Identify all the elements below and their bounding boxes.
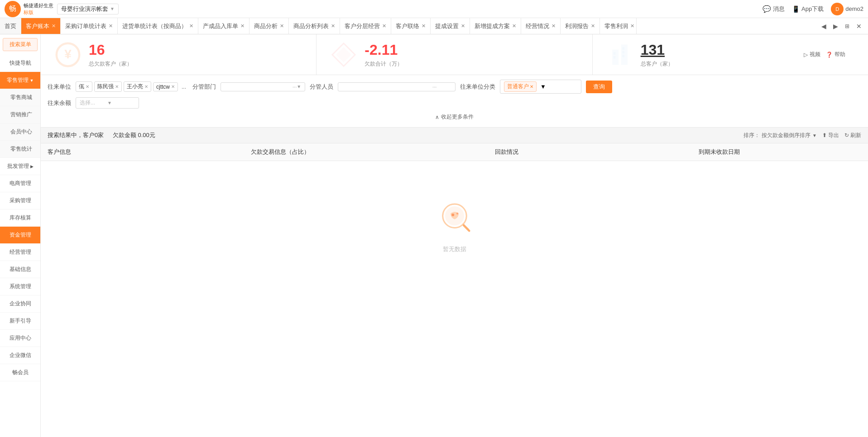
tab-profit[interactable]: 利润报告 ✕	[561, 18, 600, 34]
close-tab-purchase-order[interactable]: ✕	[109, 23, 113, 29]
tab-customer-layer[interactable]: 客户分层经营 ✕	[340, 18, 391, 34]
close-tab-business[interactable]: ✕	[551, 23, 556, 29]
tab-customer-contact[interactable]: 客户联络 ✕	[391, 18, 431, 34]
sidebar-search-area: 搜索菜单	[0, 34, 40, 55]
prev-tabs-btn[interactable]: ◀	[818, 21, 829, 32]
ellipsis-icon: ···	[293, 84, 297, 90]
sidebar-item-finance[interactable]: 资金管理	[0, 227, 40, 244]
selected-category-tag[interactable]: 普通客户 ✕	[504, 81, 537, 92]
remove-tag-chen[interactable]: ✕	[115, 84, 119, 89]
export-btn[interactable]: ⬆ 导出	[822, 132, 839, 139]
sidebar-item-system[interactable]: 系统管理	[0, 278, 40, 295]
sidebar-item-quick-nav[interactable]: 快捷导航	[0, 55, 40, 72]
chevron-right-icon: ▶	[30, 164, 34, 169]
tab-product-stock[interactable]: 产成品入库单 ✕	[198, 18, 249, 34]
svg-point-14	[456, 213, 458, 215]
filter-row-2: 往来余额 选择... ▼	[48, 97, 861, 109]
sidebar-item-chang-member[interactable]: 畅会员	[0, 364, 40, 381]
close-tab-retail-profit[interactable]: ✕	[630, 23, 634, 29]
help-link[interactable]: ❓ 帮助	[826, 51, 845, 58]
sidebar-item-retail-stats[interactable]: 零售统计	[0, 141, 40, 158]
close-tab-purchase-goods[interactable]: ✕	[189, 23, 193, 29]
tab-home[interactable]: 首页	[0, 18, 21, 34]
message-btn[interactable]: 💬 消息	[762, 5, 785, 13]
sidebar-item-retail[interactable]: 零售管理 ▼	[0, 72, 40, 89]
results-bar: 搜索结果中，客户0家 欠款金额 0.00元 排序： 按欠款金额倒序排序 ▼ ⬆ …	[41, 128, 868, 143]
empty-state: 暂无数据	[41, 161, 868, 290]
filter-tag-wang[interactable]: 王小亮 ✕	[124, 81, 151, 92]
category-select[interactable]: 普通客户 ✕ ▼	[500, 80, 581, 94]
close-tab-goods-analysis[interactable]: ✕	[280, 23, 284, 29]
sidebar-item-inventory[interactable]: 库存核算	[0, 209, 40, 227]
search-menu-btn[interactable]: 搜索菜单	[3, 38, 38, 51]
close-tab-commission-settings[interactable]: ✕	[461, 23, 465, 29]
user-menu[interactable]: D demo2	[831, 3, 863, 15]
remove-tag-wa[interactable]: ✕	[86, 84, 89, 89]
sidebar-item-marketing[interactable]: 营销推广	[0, 106, 40, 124]
filter-tag-wa[interactable]: 佤 ✕	[76, 81, 92, 92]
stat-label-debt: 欠款合计（万）	[364, 60, 403, 68]
sidebar-item-purchase[interactable]: 采购管理	[0, 192, 40, 209]
sidebar-item-member[interactable]: 会员中心	[0, 124, 40, 141]
remove-tag-wang[interactable]: ✕	[144, 84, 148, 89]
sort-select[interactable]: 排序： 按欠款金额倒序排序 ▼	[743, 132, 817, 139]
col-header-customer: 客户信息	[48, 148, 251, 156]
tab-business[interactable]: 经营情况 ✕	[521, 18, 561, 34]
balance-select[interactable]: 选择... ▼	[76, 97, 139, 109]
dept-select[interactable]: ··· ▼	[221, 82, 305, 91]
svg-text:¥: ¥	[64, 47, 72, 61]
app-download-btn[interactable]: 📱 App下载	[792, 5, 824, 13]
refresh-btn[interactable]: ↻ 刷新	[844, 132, 861, 139]
close-tab-customer-contact[interactable]: ✕	[422, 23, 426, 29]
expand-tabs-btn[interactable]: ⊞	[842, 21, 853, 32]
person-select[interactable]: ···	[338, 82, 456, 91]
tab-commission-settings[interactable]: 提成设置 ✕	[431, 18, 470, 34]
close-tab-customer-book[interactable]: ✕	[52, 23, 56, 29]
top-bar: 畅 畅捷通好生意 标版 母婴行业演示帐套 ▼ 💬 消息 📱 App下载 D de…	[0, 0, 868, 18]
next-tabs-btn[interactable]: ▶	[830, 21, 841, 32]
stat-label-total: 总客户（家）	[641, 60, 673, 68]
svg-rect-10	[622, 55, 624, 57]
svg-rect-7	[614, 56, 615, 58]
close-all-tabs-btn[interactable]: ✕	[854, 21, 864, 32]
avatar: D	[831, 3, 844, 15]
filter-more-btn[interactable]: ...	[180, 83, 188, 91]
person-ellipsis-icon: ···	[432, 84, 451, 90]
stat-card-right: ▷ 视频 ❓ 帮助	[804, 51, 854, 58]
filter-tag-cjttcw[interactable]: cjttcw ✕	[153, 82, 178, 91]
close-tab-customer-layer[interactable]: ✕	[382, 23, 386, 29]
tab-goods-analysis[interactable]: 商品分析 ✕	[249, 18, 289, 34]
tab-customer-book[interactable]: 客户账本 ✕	[21, 18, 61, 34]
tab-add-commission[interactable]: 新增提成方案 ✕	[470, 18, 521, 34]
remove-category-tag[interactable]: ✕	[530, 84, 533, 89]
filter-tag-chen[interactable]: 陈民强 ✕	[94, 81, 122, 92]
sidebar-item-enterprise[interactable]: 企业协同	[0, 295, 40, 313]
tab-purchase-order[interactable]: 采购订单统计表 ✕	[61, 18, 118, 34]
collapse-btn[interactable]: ∧ 收起更多条件	[435, 111, 474, 123]
close-tab-add-commission[interactable]: ✕	[512, 23, 516, 29]
video-link[interactable]: ▷ 视频	[804, 51, 820, 58]
query-btn[interactable]: 查询	[586, 81, 612, 93]
logo-text: 畅捷通好生意 标版	[24, 2, 53, 15]
sidebar-item-newbie[interactable]: 新手引导	[0, 313, 40, 330]
store-selector[interactable]: 母婴行业演示帐套 ▼	[57, 4, 119, 14]
sidebar-item-ecommerce[interactable]: 电商管理	[0, 175, 40, 192]
tab-goods-list[interactable]: 商品分析列表 ✕	[289, 18, 340, 34]
sidebar-item-app-center[interactable]: 应用中心	[0, 330, 40, 347]
sidebar-item-basic-info[interactable]: 基础信息	[0, 261, 40, 278]
stat-card-debt: -2.11 欠款合计（万）	[317, 34, 592, 75]
sidebar-item-management[interactable]: 经营管理	[0, 244, 40, 261]
empty-text: 暂无数据	[443, 245, 466, 253]
tab-retail-profit[interactable]: 零售利润 ✕	[600, 18, 637, 34]
nav-tab-controls: ◀ ▶ ⊞ ✕	[818, 21, 868, 32]
close-tab-goods-list[interactable]: ✕	[331, 23, 335, 29]
tab-purchase-goods[interactable]: 进货单统计表（按商品） ✕	[118, 18, 198, 34]
sidebar-item-wholesale[interactable]: 批发管理 ▶	[0, 158, 40, 175]
person-filter-label: 分管人员	[310, 83, 333, 91]
close-tab-profit[interactable]: ✕	[591, 23, 595, 29]
remove-tag-cjttcw[interactable]: ✕	[171, 84, 175, 89]
sidebar-item-retail-mall[interactable]: 零售商城	[0, 89, 40, 106]
sidebar: 搜索菜单 快捷导航 零售管理 ▼ 零售商城 营销推广 会员中心 零售统计 批发管…	[0, 34, 41, 437]
close-tab-product-stock[interactable]: ✕	[240, 23, 245, 29]
sidebar-item-wechat-work[interactable]: 企业微信	[0, 347, 40, 364]
